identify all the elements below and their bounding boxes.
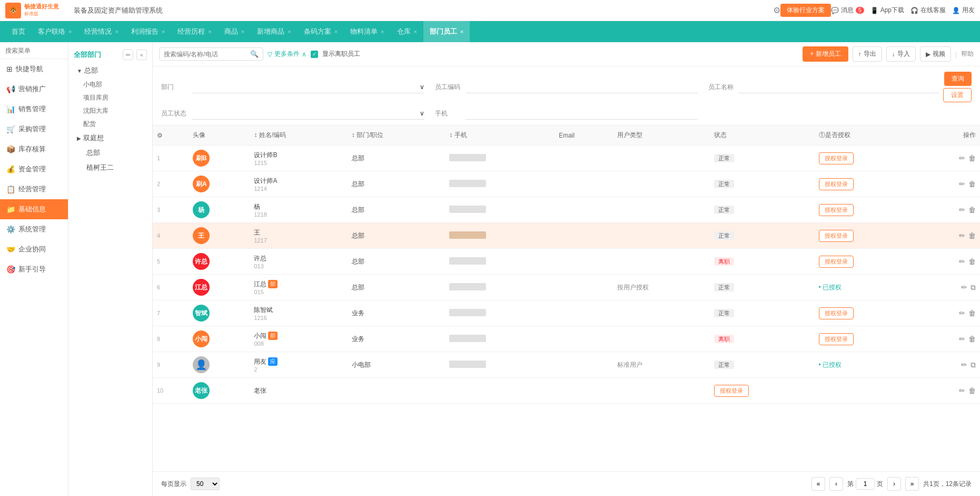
show-resigned-checkbox[interactable]: ✓ 显示离职员工 bbox=[311, 50, 360, 59]
sidebar-item-sales[interactable]: 📊 销售管理 bbox=[0, 99, 68, 119]
sidebar-item-basic-info[interactable]: 📁 基础信息 bbox=[0, 199, 68, 219]
tree-node-head[interactable]: 总部 bbox=[68, 145, 152, 160]
auth-btn[interactable]: 授权登录 bbox=[819, 178, 854, 190]
tab-bom[interactable]: 物料清单 × bbox=[344, 21, 390, 42]
page-input[interactable] bbox=[856, 478, 875, 490]
edit-icon[interactable]: ✏ bbox=[961, 361, 967, 369]
dept-select[interactable]: ∨ bbox=[192, 81, 424, 93]
emp-status-select[interactable]: ∨ bbox=[192, 108, 424, 120]
tree-child-xiaodian[interactable]: 小电部 bbox=[68, 78, 152, 91]
close-icon[interactable]: × bbox=[115, 28, 118, 35]
copy-icon[interactable]: ⧉ bbox=[971, 361, 976, 369]
edit-icon[interactable]: ✏ bbox=[959, 257, 965, 266]
video-btn[interactable]: ▶ 视频 bbox=[920, 46, 951, 62]
close-icon[interactable]: × bbox=[241, 28, 244, 35]
content: 全部部门 ✏ « ▼ 总部 小电部 项目库房 沈阳大库 配货 ▶ 双庭想 总部 bbox=[68, 42, 980, 496]
auth-btn[interactable]: 授权登录 bbox=[819, 256, 854, 268]
tree-child-distribution[interactable]: 配货 bbox=[68, 118, 152, 131]
message-btn[interactable]: 💬 消息 5 bbox=[831, 6, 864, 15]
auth-btn[interactable]: 授权登录 bbox=[819, 307, 854, 319]
close-icon[interactable]: × bbox=[288, 28, 291, 35]
auth-btn[interactable]: 授权登录 bbox=[819, 152, 854, 164]
close-icon[interactable]: × bbox=[68, 28, 72, 35]
tree-node-zhishu[interactable]: 植树王二 bbox=[68, 160, 152, 175]
delete-icon[interactable]: 🗑 bbox=[968, 386, 976, 395]
tab-operation[interactable]: 经营情况 × bbox=[78, 21, 124, 42]
edit-icon[interactable]: ✏ bbox=[959, 154, 965, 162]
sidebar-item-guide[interactable]: 🎯 新手引导 bbox=[0, 259, 68, 279]
edit-icon[interactable]: ✏ bbox=[959, 180, 965, 188]
sidebar-search-input[interactable] bbox=[5, 47, 68, 54]
sidebar-item-collab[interactable]: 🤝 企业协同 bbox=[0, 239, 68, 259]
page-size-select[interactable]: 50 100 bbox=[191, 478, 220, 490]
next-page-btn[interactable]: › bbox=[887, 477, 901, 491]
delete-icon[interactable]: 🗑 bbox=[968, 257, 976, 266]
tree-node-shuangting[interactable]: ▶ 双庭想 bbox=[68, 131, 152, 145]
tab-warehouse[interactable]: 仓库 × bbox=[391, 21, 423, 42]
edit-icon[interactable]: ✏ bbox=[959, 231, 965, 240]
delete-icon[interactable]: 🗑 bbox=[968, 206, 976, 214]
auth-btn[interactable]: 授权登录 bbox=[819, 230, 854, 242]
edit-icon[interactable]: ✏ bbox=[959, 309, 965, 317]
help-btn[interactable]: 帮助 bbox=[961, 50, 974, 59]
emp-code-input[interactable] bbox=[466, 81, 698, 93]
sidebar-item-marketing[interactable]: 📢 营销推广 bbox=[0, 79, 68, 99]
edit-icon[interactable]: ✏ bbox=[959, 386, 965, 395]
tab-home[interactable]: 首页 bbox=[5, 21, 32, 42]
export-btn[interactable]: ↑ 导出 bbox=[853, 46, 882, 62]
delete-icon[interactable]: 🗑 bbox=[968, 231, 976, 240]
sidebar-item-finance[interactable]: 💰 资金管理 bbox=[0, 159, 68, 179]
dept-filter-row: 部门 ∨ bbox=[161, 81, 424, 93]
auth-btn[interactable]: 授权登录 bbox=[819, 204, 854, 216]
sidebar-item-system[interactable]: ⚙️ 系统管理 bbox=[0, 219, 68, 239]
close-icon[interactable]: × bbox=[334, 28, 338, 35]
tree-child-project[interactable]: 项目库房 bbox=[68, 91, 152, 104]
copy-icon[interactable]: ⧉ bbox=[971, 283, 976, 292]
auth-btn[interactable]: 授权登录 bbox=[714, 385, 749, 397]
close-icon[interactable]: × bbox=[381, 28, 384, 35]
tab-goods[interactable]: 商品 × bbox=[218, 21, 251, 42]
app-download-btn[interactable]: 📱 App下载 bbox=[870, 6, 904, 15]
close-icon[interactable]: × bbox=[208, 28, 211, 35]
delete-icon[interactable]: 🗑 bbox=[968, 180, 976, 188]
tab-barcode[interactable]: 条码方案 × bbox=[298, 21, 344, 42]
last-page-btn[interactable]: » bbox=[905, 477, 919, 491]
add-employee-btn[interactable]: + 新增员工 bbox=[803, 46, 848, 62]
filter-btn[interactable]: ▽ 更多条件 ∧ bbox=[268, 50, 306, 59]
tab-customer[interactable]: 客户联络 × bbox=[32, 21, 78, 42]
sidebar-item-inventory[interactable]: 📦 库存核算 bbox=[0, 139, 68, 159]
delete-icon[interactable]: 🗑 bbox=[968, 309, 976, 317]
online-service-btn[interactable]: 🎧 在线客服 bbox=[910, 6, 946, 15]
close-icon[interactable]: × bbox=[414, 28, 417, 35]
prev-page-btn[interactable]: ‹ bbox=[829, 477, 843, 491]
reset-btn[interactable]: 设置 bbox=[943, 88, 972, 102]
phone-input[interactable] bbox=[466, 108, 698, 120]
sidebar-item-nav[interactable]: ⊞ 快捷导航 bbox=[0, 59, 68, 79]
import-btn[interactable]: ↓ 导入 bbox=[886, 46, 916, 62]
edit-icon[interactable]: ✏ bbox=[959, 206, 965, 214]
search-input[interactable] bbox=[164, 51, 248, 58]
sidebar-item-operations[interactable]: 📋 经营管理 bbox=[0, 179, 68, 199]
sidebar-item-purchase[interactable]: 🛒 采购管理 bbox=[0, 119, 68, 139]
dept-edit-icon[interactable]: ✏ bbox=[123, 50, 133, 60]
close-icon[interactable]: × bbox=[460, 28, 463, 35]
trial-btn[interactable]: 体验行业方案 bbox=[780, 4, 831, 17]
tab-history[interactable]: 经营历程 × bbox=[171, 21, 217, 42]
emp-name-input[interactable] bbox=[739, 81, 939, 93]
edit-icon[interactable]: ✏ bbox=[961, 283, 967, 292]
tab-employees[interactable]: 部门员工 × bbox=[423, 21, 470, 42]
settings-icon[interactable]: ⚙ bbox=[773, 5, 780, 15]
auth-btn[interactable]: 授权登录 bbox=[819, 333, 854, 345]
first-page-btn[interactable]: « bbox=[811, 477, 825, 491]
tab-add-goods[interactable]: 新增商品 × bbox=[251, 21, 297, 42]
delete-icon[interactable]: 🗑 bbox=[968, 335, 976, 343]
query-btn[interactable]: 查询 bbox=[944, 72, 972, 86]
delete-icon[interactable]: 🗑 bbox=[968, 154, 976, 162]
user-menu-btn[interactable]: 👤 用友 bbox=[952, 6, 975, 15]
tab-profit[interactable]: 利润报告 × bbox=[125, 21, 171, 42]
edit-icon[interactable]: ✏ bbox=[959, 335, 965, 343]
tree-node-general[interactable]: ▼ 总部 bbox=[68, 63, 152, 78]
dept-collapse-icon[interactable]: « bbox=[136, 50, 147, 60]
tree-child-shenyang[interactable]: 沈阳大库 bbox=[68, 104, 152, 118]
close-icon[interactable]: × bbox=[162, 28, 165, 35]
